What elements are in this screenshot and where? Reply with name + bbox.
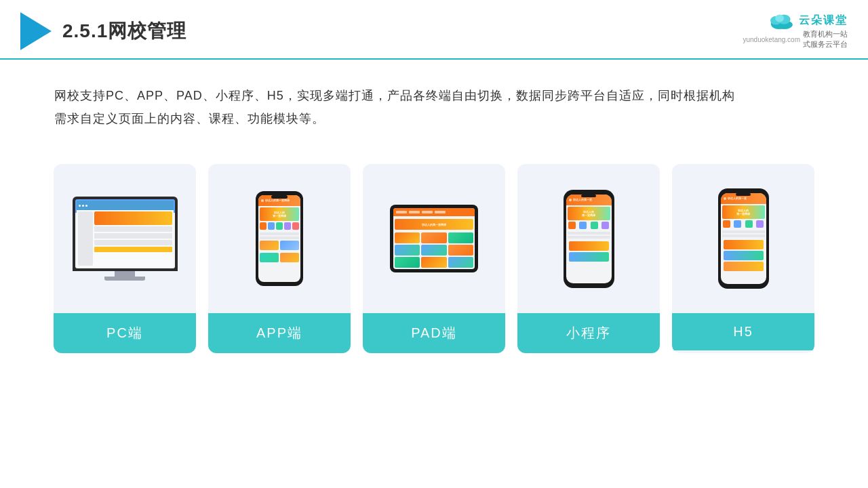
brand-logo: 云朵课堂 yunduoketang.com 教育机构一站 式服务云平台 [743,13,848,50]
mini-phone-mockup: 职达人的第一堂 职达人的第一堂网课 [564,190,614,288]
card-h5-image: 职达人的第一堂 职达人的第一堂网课 [672,164,814,313]
card-pc-label: PC端 [54,313,196,353]
phone-notch [271,195,288,199]
brand-tagline: 教育机构一站 式服务云平台 [803,29,848,50]
tablet-mockup: 职达人的第一堂网课 [390,205,478,272]
tablet-outer: 职达人的第一堂网课 [390,205,478,272]
app-phone-mockup: 职达人的第一堂网课 职达人的第一堂网课 [256,191,303,286]
header-right: 云朵课堂 yunduoketang.com 教育机构一站 式服务云平台 [743,13,848,50]
brand-name: 云朵课堂 [799,14,848,28]
tablet-screen: 职达人的第一堂网课 [393,208,475,269]
brand-triangle-icon [20,12,52,50]
description-line1: 网校支持PC、APP、PAD、小程序、H5，实现多端打通，产品各终端自由切换，数… [54,84,814,107]
card-app: 职达人的第一堂网课 职达人的第一堂网课 [208,164,351,353]
svg-point-4 [775,14,784,22]
app-phone-screen: 职达人的第一堂网课 职达人的第一堂网课 [258,195,300,282]
header-left: 2.5.1网校管理 [20,12,186,50]
description-block: 网校支持PC、APP、PAD、小程序、H5，实现多端打通，产品各终端自由切换，数… [0,60,868,144]
card-h5: 职达人的第一堂 职达人的第一堂网课 [672,164,814,353]
page-title: 2.5.1网校管理 [62,18,186,44]
card-app-label: APP端 [208,313,351,353]
card-pad-label: PAD端 [363,313,505,353]
card-pad: 职达人的第一堂网课 [363,164,505,353]
page-header: 2.5.1网校管理 云朵课堂 yunduoketang.com 教育机构一站 式… [0,0,868,60]
card-pc: PC端 [54,164,196,353]
description-line2: 需求自定义页面上的内容、课程、功能模块等。 [54,107,814,130]
pc-mockup [73,197,178,281]
card-mini-label: 小程序 [517,313,660,353]
card-pad-image: 职达人的第一堂网课 [363,164,505,313]
app-phone-outer: 职达人的第一堂网课 职达人的第一堂网课 [256,191,303,286]
h5-phone-mockup: 职达人的第一堂 职达人的第一堂网课 [718,188,769,289]
card-h5-label: H5 [672,313,814,350]
pc-screen [73,197,178,271]
card-mini-image: 职达人的第一堂 职达人的第一堂网课 [517,164,660,313]
brand-logo-icon: 云朵课堂 [768,13,848,29]
cloud-logo-icon [768,13,795,29]
platform-cards: PC端 职达人的第一堂网课 职达人的第一堂网课 [0,150,868,373]
brand-url: yunduoketang.com [743,36,800,43]
card-app-image: 职达人的第一堂网课 职达人的第一堂网课 [208,164,351,313]
card-mini: 职达人的第一堂 职达人的第一堂网课 [517,164,660,353]
card-pc-image [54,164,196,313]
